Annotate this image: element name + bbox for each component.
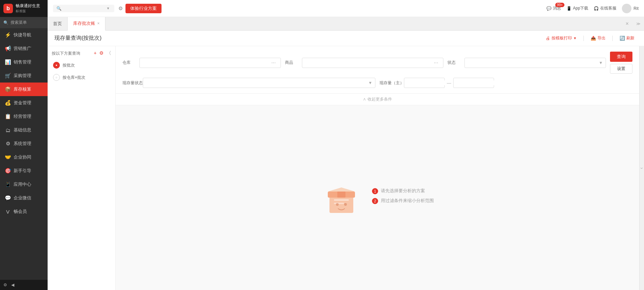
app-download-btn[interactable]: 📱 App下载 (566, 5, 588, 11)
right-panel-toggle[interactable]: › (639, 46, 644, 290)
topbar-search-icon: 🔍 (56, 6, 62, 11)
online-service-btn[interactable]: 🎧 在线客服 (594, 5, 616, 11)
refresh-btn[interactable]: 🔄 刷新 (617, 34, 637, 42)
tab-close-btn[interactable]: × (97, 21, 100, 26)
main-area: 🔍 ▼ ⚙ 体验行业方案 💬 消息 99+ 📱 App下载 🎧 在线客服 (48, 0, 644, 290)
sidebar-item-system[interactable]: ⚙ 系统管理 (0, 137, 48, 150)
sidebar-item-basic[interactable]: 🗂 基础信息 (0, 123, 48, 137)
print-template-btn[interactable]: 🖨 按模板打印 ▼ (543, 34, 579, 42)
sidebar-search-btn[interactable]: 🔍 搜索菜单 (0, 17, 48, 28)
svg-point-6 (344, 203, 347, 206)
sidebar-item-wechat[interactable]: 💬 企业微信 (0, 191, 48, 205)
chevron-up-icon: ∧ (363, 97, 366, 102)
sidebar-item-finance[interactable]: 💰 资金管理 (0, 96, 48, 110)
stock-status-select[interactable]: ▼ (143, 78, 375, 88)
sidebar-item-marketing[interactable]: 📢 营销推广 (0, 42, 48, 55)
filter-item-icon-wh: ○ (53, 74, 60, 81)
svg-point-5 (336, 203, 339, 206)
warehouse-dots-btn[interactable]: ··· (269, 60, 278, 66)
product-input-wrap[interactable]: ··· (302, 58, 443, 68)
messages-badge: 99+ (555, 3, 564, 7)
page-content: 现存量查询(按批次) 🖨 按模板打印 ▼ 📤 导出 🔄 刷新 (48, 31, 644, 290)
divider (583, 36, 584, 41)
topbar-dropdown-icon[interactable]: ▼ (106, 6, 110, 10)
inventory-icon: 📦 (5, 86, 11, 92)
tab-batch-account[interactable]: 库存批次账 × (68, 17, 105, 31)
tab-more-icon[interactable]: ≫ (633, 21, 644, 26)
sidebar-item-label: 企业协同 (14, 154, 31, 160)
stock-qty-to-wrap[interactable] (453, 78, 494, 88)
sidebar-header: b 畅康通好生意 标准版 (0, 0, 48, 17)
export-btn[interactable]: 📤 导出 (588, 34, 608, 42)
topbar: 🔍 ▼ ⚙ 体验行业方案 💬 消息 99+ 📱 App下载 🎧 在线客服 (48, 0, 644, 17)
product-dots-btn[interactable]: ··· (432, 60, 440, 66)
sidebar-item-label: 经营管理 (14, 113, 31, 120)
system-icon: ⚙ (5, 141, 11, 147)
filter-add-btn[interactable]: + (94, 50, 97, 56)
topbar-search-box[interactable]: 🔍 ▼ (53, 5, 114, 12)
status-field: 状态 ▼ (447, 58, 606, 68)
status-label: 状态 (447, 60, 464, 66)
app-name: 畅康通好生意 (16, 3, 40, 9)
right-toggle-icon: › (639, 167, 644, 169)
tab-home-label: 首页 (53, 21, 62, 27)
sidebar-item-apps[interactable]: 📱 应用中心 (0, 178, 48, 191)
sidebar-collapse-btn[interactable]: ◀ (11, 283, 14, 287)
stock-qty-field: 现存量（主） — (379, 78, 632, 88)
tip-num-1: 1 (372, 188, 378, 194)
svg-rect-3 (334, 199, 349, 201)
collapse-label: 收起更多条件 (368, 97, 392, 102)
trial-btn[interactable]: 体验行业方案 (125, 4, 162, 13)
status-select[interactable]: ▼ (464, 58, 606, 68)
marketing-icon: 📢 (5, 46, 11, 52)
stock-qty-from-wrap[interactable] (404, 78, 445, 88)
apps-icon: 📱 (5, 181, 11, 187)
sidebar-item-inventory[interactable]: 📦 库存核算 (0, 83, 48, 96)
stock-status-chevron-icon: ▼ (368, 80, 372, 85)
export-label: 导出 (597, 35, 606, 41)
filter-header-actions: + ⚙ 《 (94, 50, 111, 56)
topbar-search-input[interactable] (64, 6, 104, 11)
purchase-icon: 🛒 (5, 73, 11, 79)
sidebar-item-purchase[interactable]: 🛒 采购管理 (0, 69, 48, 83)
sidebar-item-operations[interactable]: 📋 经营管理 (0, 110, 48, 123)
tab-home[interactable]: 首页 (48, 17, 68, 31)
filter-item-label-batch: 按批次 (63, 62, 75, 68)
messages-btn[interactable]: 💬 消息 99+ (546, 5, 561, 11)
filter-item-icon-batch: ● (53, 62, 60, 69)
user-avatar-btn[interactable]: Rit (622, 4, 639, 13)
close-panel-btn[interactable]: × (622, 21, 633, 27)
wechat-icon: 💬 (5, 195, 11, 201)
sidebar-item-sales[interactable]: 📊 销售管理 (0, 55, 48, 69)
settings-btn[interactable]: 设置 (610, 64, 632, 74)
member-icon: V (5, 209, 11, 215)
user-name: Rit (633, 6, 639, 11)
refresh-label: 刷新 (626, 35, 634, 41)
sidebar-item-enterprise[interactable]: 🤝 企业协同 (0, 150, 48, 164)
warehouse-field: 仓库 ··· (122, 58, 281, 68)
sidebar-item-label: 采购管理 (14, 73, 31, 79)
sidebar-item-label: 新手引导 (14, 168, 31, 174)
empty-tip-1: 1 请先选择要分析的方案 (372, 188, 434, 194)
filter-item-warehouse-batch[interactable]: ○ 按仓库+批次 (48, 71, 115, 84)
sidebar-item-newbie[interactable]: 🎯 新手引导 (0, 164, 48, 178)
warehouse-label: 仓库 (122, 60, 139, 66)
query-btn[interactable]: 查询 (610, 52, 632, 62)
warehouse-input-wrap[interactable]: ··· (139, 58, 281, 68)
tip-text-2: 用过滤条件来缩小分析范围 (381, 198, 434, 204)
topbar-gear-icon[interactable]: ⚙ (118, 5, 123, 12)
sidebar-settings-btn[interactable]: ⚙ (3, 283, 7, 287)
sidebar-item-quick-nav[interactable]: ⚡ 快捷导航 (0, 28, 48, 42)
sidebar-item-label: 快捷导航 (14, 32, 31, 38)
sidebar-item-label: 营销推广 (14, 46, 31, 52)
warehouse-input[interactable] (142, 60, 269, 65)
filter-item-batch[interactable]: ● 按批次 (48, 59, 115, 71)
sidebar-item-member[interactable]: V 畅会员 (0, 205, 48, 218)
filter-collapse-btn[interactable]: 《 (106, 50, 111, 56)
collapse-conditions-btn[interactable]: ∧ 收起更多条件 (116, 94, 639, 105)
filter-settings-btn[interactable]: ⚙ (99, 50, 104, 56)
print-dropdown-icon[interactable]: ▼ (573, 36, 577, 40)
content-body: 按以下方案查询 + ⚙ 《 ● 按批次 ○ 按仓库+批次 (48, 46, 644, 290)
stock-qty-to-input[interactable] (456, 80, 507, 85)
product-input[interactable] (305, 60, 432, 65)
